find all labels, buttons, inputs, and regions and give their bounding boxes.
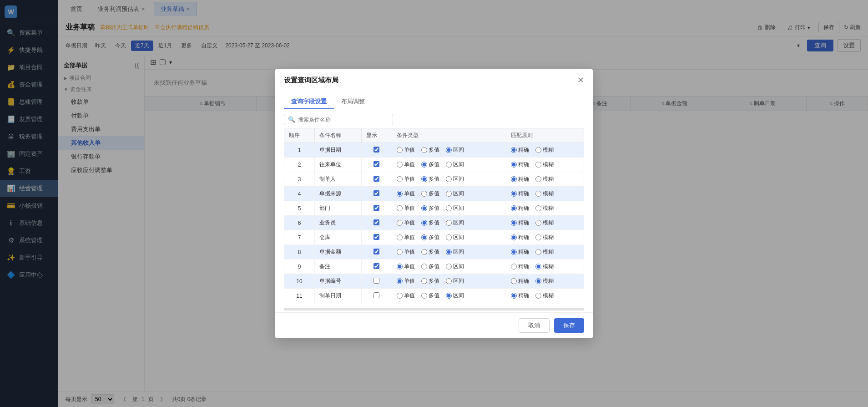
show-checkbox-3[interactable] [373, 190, 379, 196]
modal-header: 设置查询区域布局 ✕ [275, 69, 593, 90]
cell-order-8: 9 [284, 259, 315, 274]
cell-match-6: 精确模糊 [506, 230, 584, 245]
match-radio-精确-9[interactable]: 精确 [511, 277, 529, 285]
condition-search-input[interactable] [298, 117, 389, 123]
show-checkbox-8[interactable] [373, 263, 379, 269]
type-radio-单值-4[interactable]: 单值 [397, 204, 415, 212]
cell-type-4: 单值多值区间 [392, 201, 506, 216]
match-radio-模糊-10[interactable]: 模糊 [535, 292, 554, 300]
cell-name-7: 单据金额 [314, 245, 361, 259]
cancel-button[interactable]: 取消 [519, 318, 550, 333]
match-radio-精确-4[interactable]: 精确 [511, 204, 529, 212]
modal-search-area: 🔍 [275, 109, 593, 128]
type-radio-多值-5[interactable]: 多值 [421, 219, 439, 227]
type-radio-区间-2[interactable]: 区间 [446, 175, 464, 183]
match-radio-模糊-1[interactable]: 模糊 [535, 161, 554, 168]
type-radio-多值-4[interactable]: 多值 [421, 204, 439, 212]
cell-order-9: 10 [284, 274, 315, 289]
type-radio-单值-1[interactable]: 单值 [397, 161, 415, 168]
type-radio-单值-6[interactable]: 单值 [397, 234, 415, 241]
match-radio-模糊-7[interactable]: 模糊 [535, 248, 554, 256]
match-radio-模糊-4[interactable]: 模糊 [535, 204, 554, 212]
type-radio-区间-7[interactable]: 区间 [446, 248, 464, 256]
type-radio-多值-3[interactable]: 多值 [421, 190, 439, 198]
type-radio-单值-10[interactable]: 单值 [397, 292, 415, 300]
type-radio-多值-9[interactable]: 多值 [421, 277, 439, 285]
match-radio-模糊-2[interactable]: 模糊 [535, 175, 554, 183]
cell-show-0 [361, 143, 392, 158]
modal-title: 设置查询区域布局 [284, 76, 338, 85]
cell-name-9: 单据编号 [314, 274, 361, 289]
cell-name-4: 部门 [314, 201, 361, 216]
cell-order-5: 6 [284, 216, 315, 230]
tab-layout[interactable]: 布局调整 [334, 95, 372, 109]
match-radio-精确-5[interactable]: 精确 [511, 219, 529, 227]
type-radio-单值-7[interactable]: 单值 [397, 248, 415, 256]
show-checkbox-7[interactable] [373, 249, 379, 254]
cell-show-3 [361, 187, 392, 201]
type-radio-单值-3[interactable]: 单值 [397, 190, 415, 198]
modal-row-5: 6业务员单值多值区间精确模糊 [284, 216, 584, 230]
show-checkbox-10[interactable] [373, 292, 379, 298]
show-checkbox-6[interactable] [373, 234, 379, 240]
match-radio-模糊-8[interactable]: 模糊 [535, 263, 554, 270]
show-checkbox-1[interactable] [373, 161, 379, 167]
type-radio-区间-10[interactable]: 区间 [446, 292, 464, 300]
type-radio-多值-1[interactable]: 多值 [421, 161, 439, 168]
show-checkbox-0[interactable] [373, 147, 379, 153]
match-radio-模糊-9[interactable]: 模糊 [535, 277, 554, 285]
match-radio-模糊-0[interactable]: 模糊 [535, 146, 554, 154]
cell-match-9: 精确模糊 [506, 274, 584, 289]
type-radio-区间-8[interactable]: 区间 [446, 263, 464, 270]
type-radio-区间-6[interactable]: 区间 [446, 234, 464, 241]
type-radio-多值-2[interactable]: 多值 [421, 175, 439, 183]
match-radio-精确-2[interactable]: 精确 [511, 175, 529, 183]
type-radio-单值-8[interactable]: 单值 [397, 263, 415, 270]
cell-match-5: 精确模糊 [506, 216, 584, 230]
col-type: 条件类型 [392, 128, 506, 143]
type-radio-区间-3[interactable]: 区间 [446, 190, 464, 198]
tab-fields[interactable]: 查询字段设置 [284, 95, 334, 109]
type-radio-多值-10[interactable]: 多值 [421, 292, 439, 300]
match-radio-精确-6[interactable]: 精确 [511, 234, 529, 241]
type-radio-区间-5[interactable]: 区间 [446, 219, 464, 227]
match-radio-模糊-3[interactable]: 模糊 [535, 190, 554, 198]
match-radio-模糊-5[interactable]: 模糊 [535, 219, 554, 227]
match-radio-精确-7[interactable]: 精确 [511, 248, 529, 256]
match-radio-模糊-6[interactable]: 模糊 [535, 234, 554, 241]
type-radio-区间-4[interactable]: 区间 [446, 204, 464, 212]
match-radio-精确-3[interactable]: 精确 [511, 190, 529, 198]
type-radio-单值-9[interactable]: 单值 [397, 277, 415, 285]
type-radio-多值-8[interactable]: 多值 [421, 263, 439, 270]
modal-row-2: 3制单人单值多值区间精确模糊 [284, 172, 584, 187]
match-radio-精确-10[interactable]: 精确 [511, 292, 529, 300]
match-radio-精确-8[interactable]: 精确 [511, 263, 529, 270]
modal-row-9: 10单据编号单值多值区间精确模糊 [284, 274, 584, 289]
cell-name-3: 单据来源 [314, 187, 361, 201]
cell-name-2: 制单人 [314, 172, 361, 187]
type-radio-单值-0[interactable]: 单值 [397, 146, 415, 154]
cell-type-6: 单值多值区间 [392, 230, 506, 245]
confirm-save-button[interactable]: 保存 [554, 318, 584, 333]
type-radio-多值-0[interactable]: 多值 [421, 146, 439, 154]
type-radio-多值-7[interactable]: 多值 [421, 248, 439, 256]
cell-type-2: 单值多值区间 [392, 172, 506, 187]
col-show: 显示 [361, 128, 392, 143]
type-radio-单值-5[interactable]: 单值 [397, 219, 415, 227]
type-radio-区间-1[interactable]: 区间 [446, 161, 464, 168]
cell-order-0: 1 [284, 143, 315, 158]
type-radio-单值-2[interactable]: 单值 [397, 175, 415, 183]
type-radio-区间-0[interactable]: 区间 [446, 146, 464, 154]
modal-close-button[interactable]: ✕ [577, 75, 584, 85]
cell-show-4 [361, 201, 392, 216]
type-radio-区间-9[interactable]: 区间 [446, 277, 464, 285]
match-radio-精确-1[interactable]: 精确 [511, 161, 529, 168]
show-checkbox-9[interactable] [373, 278, 379, 284]
type-radio-多值-6[interactable]: 多值 [421, 234, 439, 241]
col-order: 顺序 [284, 128, 315, 143]
show-checkbox-4[interactable] [373, 205, 379, 211]
show-checkbox-5[interactable] [373, 219, 379, 225]
show-checkbox-2[interactable] [373, 176, 379, 182]
cell-match-4: 精确模糊 [506, 201, 584, 216]
match-radio-精确-0[interactable]: 精确 [511, 146, 529, 154]
